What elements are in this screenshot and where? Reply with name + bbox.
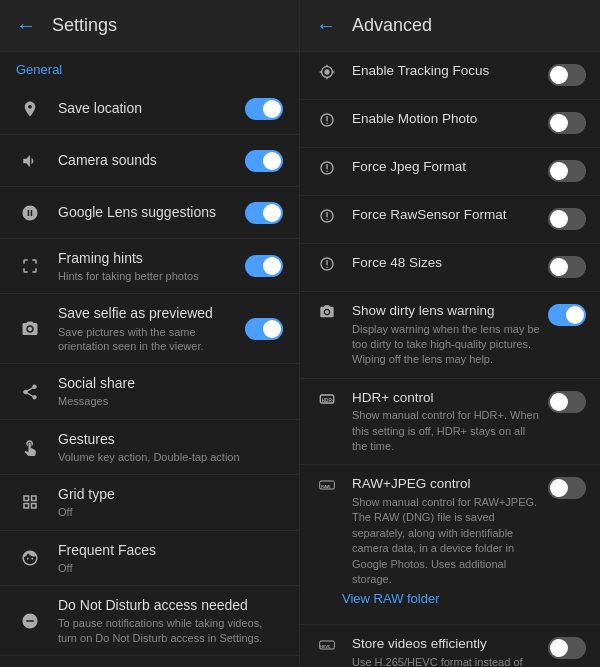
framing-hints-title: Framing hints <box>58 249 237 267</box>
right-force-rawsensor[interactable]: Force RawSensor Format <box>300 196 600 244</box>
dirty-lens-title: Show dirty lens warning <box>352 302 540 320</box>
raw-jpeg-subtitle: Show manual control for RAW+JPEG. The RA… <box>352 495 540 587</box>
dnd-title: Do Not Disturb access needed <box>58 596 283 614</box>
framing-hints-text: Framing hints Hints for taking better ph… <box>58 249 237 283</box>
right-title: Advanced <box>352 15 432 36</box>
motion-photo-text: Enable Motion Photo <box>352 110 540 128</box>
setting-gestures[interactable]: Gestures Volume key action, Double-tap a… <box>0 420 299 475</box>
face-icon <box>16 549 44 567</box>
right-force-48[interactable]: Force 48 Sizes <box>300 244 600 292</box>
camera-sounds-title: Camera sounds <box>58 151 237 169</box>
sound-icon <box>16 152 44 170</box>
right-raw-jpeg[interactable]: RAW RAW+JPEG control Show manual control… <box>300 465 600 625</box>
left-title: Settings <box>52 15 117 36</box>
setting-save-location[interactable]: Save location <box>0 83 299 135</box>
right-back-button[interactable]: ← <box>316 14 336 37</box>
raw-jpeg-text: RAW+JPEG control Show manual control for… <box>352 475 540 587</box>
left-back-button[interactable]: ← <box>16 14 36 37</box>
left-panel: ← Settings General Save location Camera … <box>0 0 300 667</box>
save-location-toggle[interactable] <box>245 98 283 120</box>
general-section-label: General <box>0 52 299 83</box>
force-jpeg-icon <box>314 158 340 176</box>
store-videos-toggle[interactable] <box>548 635 586 659</box>
gesture-icon <box>16 438 44 456</box>
google-lens-toggle[interactable] <box>245 202 283 224</box>
hevc-icon: HEVC <box>314 635 340 653</box>
setting-advanced[interactable]: Advanced <box>0 656 299 667</box>
motion-photo-toggle[interactable] <box>548 110 586 134</box>
setting-google-lens[interactable]: Google Lens suggestions <box>0 187 299 239</box>
save-selfie-toggle[interactable] <box>245 318 283 340</box>
raw-jpeg-title: RAW+JPEG control <box>352 475 540 493</box>
right-motion-photo[interactable]: Enable Motion Photo <box>300 100 600 148</box>
tracking-focus-toggle[interactable] <box>548 62 586 86</box>
raw-icon: RAW <box>314 475 340 493</box>
right-hdr-control[interactable]: HDR+ HDR+ control Show manual control fo… <box>300 379 600 466</box>
force-48-toggle[interactable] <box>548 254 586 278</box>
social-share-title: Social share <box>58 374 283 392</box>
tracking-icon <box>314 62 340 80</box>
setting-save-selfie[interactable]: Save selfie as previewed Save pictures w… <box>0 294 299 364</box>
hdr-control-toggle[interactable] <box>548 389 586 413</box>
save-selfie-title: Save selfie as previewed <box>58 304 237 322</box>
dirty-lens-toggle[interactable] <box>548 302 586 326</box>
svg-text:RAW: RAW <box>321 484 331 489</box>
save-selfie-subtitle: Save pictures with the same orientation … <box>58 325 237 354</box>
tracking-focus-text: Enable Tracking Focus <box>352 62 540 80</box>
setting-framing-hints[interactable]: Framing hints Hints for taking better ph… <box>0 239 299 294</box>
raw-jpeg-toggle[interactable] <box>548 475 586 499</box>
right-tracking-focus[interactable]: Enable Tracking Focus <box>300 52 600 100</box>
dnd-subtitle: To pause notifications while taking vide… <box>58 616 283 645</box>
force-48-text: Force 48 Sizes <box>352 254 540 272</box>
save-location-title: Save location <box>58 99 237 117</box>
camera-sounds-toggle[interactable] <box>245 150 283 172</box>
dirty-lens-subtitle: Display warning when the lens may be too… <box>352 322 540 368</box>
framing-hints-toggle[interactable] <box>245 255 283 277</box>
dirty-lens-icon <box>314 302 340 320</box>
right-store-videos[interactable]: HEVC Store videos efficiently Use H.265/… <box>300 625 600 667</box>
force-48-icon <box>314 254 340 272</box>
setting-grid-type[interactable]: Grid type Off <box>0 475 299 530</box>
gestures-subtitle: Volume key action, Double-tap action <box>58 450 283 464</box>
setting-dnd[interactable]: Do Not Disturb access needed To pause no… <box>0 586 299 656</box>
camera-sounds-text: Camera sounds <box>58 151 237 169</box>
hdrplus-icon: HDR+ <box>314 389 340 407</box>
save-selfie-text: Save selfie as previewed Save pictures w… <box>58 304 237 353</box>
force-rawsensor-text: Force RawSensor Format <box>352 206 540 224</box>
left-header: ← Settings <box>0 0 299 52</box>
right-dirty-lens[interactable]: Show dirty lens warning Display warning … <box>300 292 600 379</box>
hdr-control-title: HDR+ control <box>352 389 540 407</box>
hdr-control-text: HDR+ control Show manual control for HDR… <box>352 389 540 455</box>
right-force-jpeg[interactable]: Force Jpeg Format <box>300 148 600 196</box>
force-jpeg-title: Force Jpeg Format <box>352 158 540 176</box>
force-rawsensor-toggle[interactable] <box>548 206 586 230</box>
force-rawsensor-title: Force RawSensor Format <box>352 206 540 224</box>
setting-social-share[interactable]: Social share Messages <box>0 364 299 419</box>
grid-icon <box>16 493 44 511</box>
save-location-text: Save location <box>58 99 237 117</box>
frequent-faces-title: Frequent Faces <box>58 541 283 559</box>
google-lens-title: Google Lens suggestions <box>58 203 237 221</box>
social-share-text: Social share Messages <box>58 374 283 408</box>
setting-camera-sounds[interactable]: Camera sounds <box>0 135 299 187</box>
frame-icon <box>16 257 44 275</box>
share-icon <box>16 383 44 401</box>
selfie-icon <box>16 320 44 338</box>
force-rawsensor-icon <box>314 206 340 224</box>
frequent-faces-subtitle: Off <box>58 561 283 575</box>
store-videos-title: Store videos efficiently <box>352 635 540 653</box>
framing-hints-subtitle: Hints for taking better photos <box>58 269 237 283</box>
grid-type-subtitle: Off <box>58 505 283 519</box>
setting-frequent-faces[interactable]: Frequent Faces Off <box>0 531 299 586</box>
tracking-focus-title: Enable Tracking Focus <box>352 62 540 80</box>
svg-text:HEVC: HEVC <box>320 645 331 649</box>
force-jpeg-text: Force Jpeg Format <box>352 158 540 176</box>
social-share-subtitle: Messages <box>58 394 283 408</box>
google-lens-text: Google Lens suggestions <box>58 203 237 221</box>
dirty-lens-text: Show dirty lens warning Display warning … <box>352 302 540 368</box>
view-raw-folder-link[interactable]: View RAW folder <box>342 587 440 614</box>
svg-text:HDR+: HDR+ <box>322 397 335 402</box>
force-jpeg-toggle[interactable] <box>548 158 586 182</box>
force-48-title: Force 48 Sizes <box>352 254 540 272</box>
gestures-title: Gestures <box>58 430 283 448</box>
